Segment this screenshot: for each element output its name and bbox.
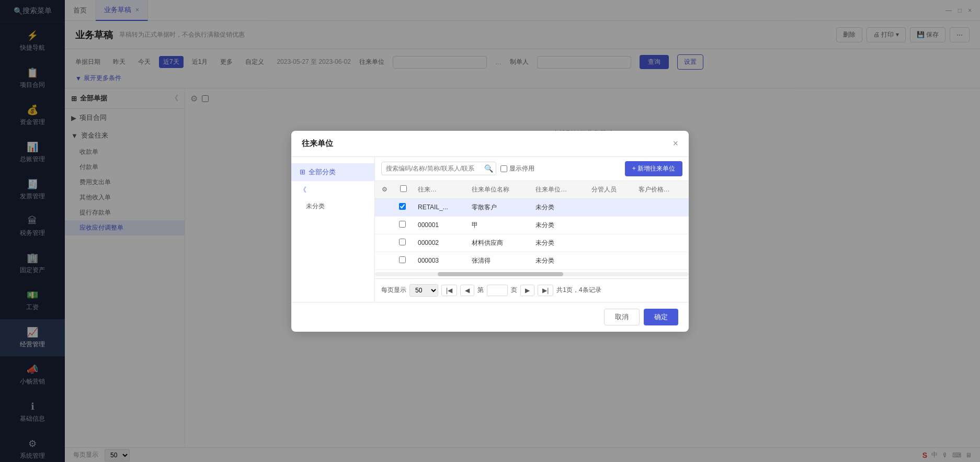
- row-check: [394, 198, 413, 216]
- table-row[interactable]: 000003 张清得 未分类: [375, 252, 689, 269]
- row-code: RETAIL_...: [413, 198, 466, 216]
- row-category: 未分类: [530, 234, 586, 252]
- row-price: [633, 198, 689, 216]
- row-price: [633, 234, 689, 252]
- row-settings: [375, 234, 394, 252]
- row-settings: [375, 216, 394, 234]
- modal-overlay: 往来单位 × ⊞ 全部分类 《 未分类: [0, 0, 980, 462]
- grid-icon-small: ⊞: [300, 168, 305, 176]
- modal-header: 往来单位 ×: [291, 131, 689, 157]
- th-price: 客户价格…: [633, 181, 689, 199]
- show-disabled-checkbox[interactable]: [500, 165, 507, 172]
- row-checkbox[interactable]: [399, 256, 406, 263]
- row-category: 未分类: [530, 198, 586, 216]
- chevron-left-icon: 《: [300, 185, 306, 195]
- row-checkbox[interactable]: [399, 221, 406, 228]
- row-name: 甲: [466, 216, 530, 234]
- row-check: [394, 216, 413, 234]
- partner-modal: 往来单位 × ⊞ 全部分类 《 未分类: [291, 131, 689, 332]
- row-category: 未分类: [530, 252, 586, 269]
- table-header: ⚙ 往来… 往来单位名称 往来单位… 分管人员 客户价格…: [375, 181, 689, 199]
- modal-content-right: 🔍 显示停用 + 新增往来单位 ⚙: [375, 157, 689, 302]
- row-manager: [586, 216, 633, 234]
- th-checkbox: [394, 181, 413, 199]
- page-suffix: 页: [511, 286, 517, 295]
- table-scroll-wrap: ⚙ 往来… 往来单位名称 往来单位… 分管人员 客户价格…: [375, 181, 689, 270]
- modal-footer: 取消 确定: [291, 302, 689, 332]
- horizontal-scrollbar[interactable]: [375, 272, 689, 276]
- row-check: [394, 234, 413, 252]
- prev-page-button[interactable]: ◀: [460, 285, 474, 296]
- total-records: 共1页，4条记录: [556, 286, 601, 295]
- row-manager: [586, 234, 633, 252]
- row-category: 未分类: [530, 216, 586, 234]
- first-page-button[interactable]: |◀: [441, 285, 457, 296]
- per-page-select[interactable]: 50 20 100: [409, 284, 438, 297]
- modal-tree-all[interactable]: ⊞ 全部分类: [291, 163, 374, 181]
- th-settings: ⚙: [375, 181, 394, 199]
- search-wrap: 🔍: [381, 162, 496, 175]
- row-price: [633, 252, 689, 269]
- row-checkbox[interactable]: [399, 239, 406, 245]
- modal-toolbar: 🔍 显示停用 + 新增往来单位: [375, 157, 689, 181]
- modal-tree-all-label: 全部分类: [309, 167, 336, 177]
- scroll-thumb[interactable]: [438, 272, 563, 276]
- row-name: 张清得: [466, 252, 530, 269]
- row-code: 000003: [413, 252, 466, 269]
- table-row[interactable]: RETAIL_... 零散客户 未分类: [375, 198, 689, 216]
- row-manager: [586, 198, 633, 216]
- row-code: 000001: [413, 216, 466, 234]
- modal-body: ⊞ 全部分类 《 未分类 🔍 显示停用: [291, 157, 689, 302]
- row-checkbox[interactable]: [399, 203, 406, 210]
- per-page-label: 每页显示: [381, 286, 406, 295]
- table-select-all[interactable]: [400, 185, 407, 192]
- pagination: 每页显示 50 20 100 |◀ ◀ 第 1 页 ▶ ▶| 共1页，4条记录: [375, 278, 689, 302]
- show-disabled-label: 显示停用: [500, 164, 534, 173]
- modal-tree: ⊞ 全部分类 《 未分类: [291, 157, 375, 302]
- th-name: 往来单位名称: [466, 181, 530, 199]
- next-page-button[interactable]: ▶: [520, 285, 534, 296]
- row-code: 000002: [413, 234, 466, 252]
- th-category: 往来单位…: [530, 181, 586, 199]
- row-manager: [586, 252, 633, 269]
- modal-title: 往来单位: [302, 139, 333, 149]
- add-partner-button[interactable]: + 新增往来单位: [625, 161, 682, 176]
- th-code: 往来…: [413, 181, 466, 199]
- confirm-button[interactable]: 确定: [644, 309, 678, 325]
- partner-search-input[interactable]: [381, 162, 496, 175]
- row-price: [633, 216, 689, 234]
- row-name: 零散客户: [466, 198, 530, 216]
- table-row[interactable]: 000001 甲 未分类: [375, 216, 689, 234]
- th-manager: 分管人员: [586, 181, 633, 199]
- table-row[interactable]: 000002 材料供应商 未分类: [375, 234, 689, 252]
- table-body: RETAIL_... 零散客户 未分类 000001 甲: [375, 198, 689, 269]
- page-label: 第: [477, 286, 484, 295]
- page-number-input[interactable]: 1: [487, 285, 508, 296]
- cancel-button[interactable]: 取消: [604, 309, 640, 325]
- row-name: 材料供应商: [466, 234, 530, 252]
- modal-tree-collapse[interactable]: 《: [291, 181, 374, 199]
- row-check: [394, 252, 413, 269]
- row-settings: [375, 198, 394, 216]
- last-page-button[interactable]: ▶|: [538, 285, 553, 296]
- modal-close-button[interactable]: ×: [673, 138, 678, 149]
- show-disabled-text: 显示停用: [509, 164, 534, 173]
- row-settings: [375, 252, 394, 269]
- partner-table: ⚙ 往来… 往来单位名称 往来单位… 分管人员 客户价格…: [375, 181, 689, 270]
- modal-tree-unclassified[interactable]: 未分类: [291, 199, 374, 214]
- search-icon[interactable]: 🔍: [484, 164, 493, 173]
